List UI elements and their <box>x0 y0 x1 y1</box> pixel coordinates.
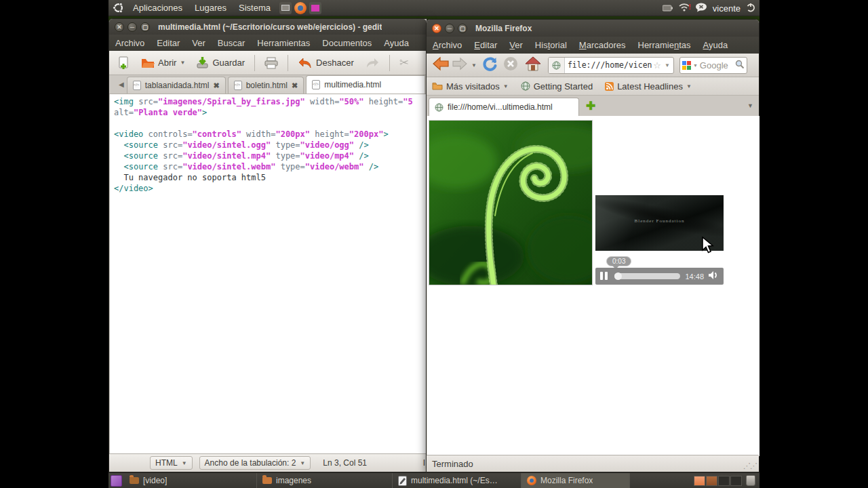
open-dropdown-arrow[interactable]: ▼ <box>180 60 185 66</box>
url-text[interactable]: file:///home/vicen <box>565 60 653 70</box>
open-button[interactable]: Abrir ▼ <box>138 56 189 70</box>
menu-aplicaciones[interactable]: Aplicaciones <box>127 3 189 13</box>
gedit-menu-editar[interactable]: Editar <box>151 38 186 48</box>
pause-button[interactable] <box>600 270 610 283</box>
firefox-titlebar[interactable]: ✕ ─ ▢ Mozilla Firefox <box>427 20 759 37</box>
url-dropdown-arrow[interactable]: ▼ <box>661 62 673 68</box>
firefox-maximize-button[interactable]: ▢ <box>458 24 467 33</box>
reload-button[interactable] <box>482 56 498 75</box>
gedit-maximize-button[interactable]: ▢ <box>140 22 150 32</box>
resize-grip[interactable]: ⋰⋰ <box>743 462 757 470</box>
taskbar-item-video[interactable]: [video] <box>124 473 257 488</box>
taskbar-item-imagenes[interactable]: imagenes <box>257 473 393 488</box>
tab-tablaanidada[interactable]: tablaanidada.html ✖ <box>127 77 226 94</box>
gedit-window-title: multimedia.html (~/Escritorio/curso web/… <box>158 22 382 32</box>
code-line: <video controls="controls" width="200px"… <box>114 129 427 140</box>
language-combo[interactable]: HTML ▼ <box>150 456 193 470</box>
nav-history-dropdown[interactable]: ▼ <box>471 62 477 68</box>
globe-icon <box>521 81 530 91</box>
tab-scroll-left-arrow[interactable]: ◀ <box>119 81 124 88</box>
video-editor-launcher-icon[interactable] <box>309 2 321 14</box>
new-document-button[interactable] <box>115 54 134 72</box>
tab-close-icon[interactable]: ✖ <box>292 81 298 90</box>
url-bar[interactable]: file:///home/vicen ☆ ▼ <box>548 57 674 74</box>
stop-button[interactable] <box>503 56 518 74</box>
workspace-switcher[interactable] <box>694 476 742 486</box>
print-button[interactable] <box>261 55 281 71</box>
tab-close-icon[interactable]: ✖ <box>213 81 219 90</box>
gedit-toolbar: Abrir ▼ Guardar Deshacer ✂ <box>109 51 427 75</box>
video-progress-bar[interactable] <box>614 273 680 279</box>
bookmark-star-icon[interactable]: ☆ <box>653 60 661 70</box>
gedit-titlebar[interactable]: ✕ ─ ▢ multimedia.html (~/Escritorio/curs… <box>109 19 427 35</box>
media-player-launcher-icon[interactable] <box>279 2 292 14</box>
document-icon <box>312 80 320 89</box>
tab-multimedia[interactable]: multimedia.html <box>306 75 425 94</box>
video-controls-bar[interactable]: 14:48 <box>595 268 724 285</box>
menu-sistema[interactable]: Sistema <box>233 3 277 13</box>
bookmark-latest-headlines[interactable]: Latest Headlines ▼ <box>605 81 692 92</box>
gedit-menu-ayuda[interactable]: Ayuda <box>378 38 415 48</box>
search-magnifier-icon[interactable] <box>735 60 747 71</box>
cursor-position-label: Ln 3, Col 51 <box>323 458 367 468</box>
taskbar-item-gedit[interactable]: multimedia.html (~/Es… <box>393 473 521 488</box>
firefox-active-tab[interactable]: file:///home/vi...ultimedia.html <box>429 98 579 116</box>
cut-button[interactable]: ✂ <box>396 54 412 72</box>
search-engine-dropdown[interactable]: ▼ <box>693 63 698 68</box>
battery-icon[interactable] <box>663 3 673 14</box>
search-bar[interactable]: ▼ Google <box>679 57 747 74</box>
volume-button[interactable] <box>708 270 719 283</box>
trash-icon[interactable] <box>746 475 755 486</box>
ubuntu-logo-icon[interactable] <box>113 2 124 14</box>
home-button[interactable] <box>525 56 541 74</box>
ff-menu-archivo[interactable]: Archivo <box>427 40 468 50</box>
gedit-statusbar: HTML ▼ Ancho de la tabulación: 2 ▼ Ln 3,… <box>109 453 427 472</box>
progress-thumb[interactable] <box>614 272 622 280</box>
undo-button[interactable]: Deshacer <box>294 56 357 70</box>
network-wireless-icon[interactable]: ! <box>679 3 690 14</box>
bookmark-mas-visitados[interactable]: Más visitados ▼ <box>432 81 509 92</box>
ff-menu-historial[interactable]: Historial <box>529 40 573 50</box>
messaging-menu-icon[interactable] <box>695 3 707 14</box>
ff-menu-ver[interactable]: Ver <box>503 40 529 50</box>
taskbar-item-firefox[interactable]: Mozilla Firefox <box>521 473 630 488</box>
tab-label: boletin.html <box>246 81 288 90</box>
workspace-4[interactable] <box>730 476 742 486</box>
gedit-menu-buscar[interactable]: Buscar <box>212 38 251 48</box>
ff-menu-editar[interactable]: Editar <box>468 40 503 50</box>
new-tab-button[interactable]: ✚ <box>586 99 595 113</box>
tab-width-combo[interactable]: Ancho de la tabulación: 2 ▼ <box>199 456 311 470</box>
ff-menu-ayuda[interactable]: Ayuda <box>697 40 734 50</box>
list-all-tabs-button[interactable]: ▼ <box>747 102 753 109</box>
show-desktop-button[interactable] <box>111 475 122 487</box>
firefox-launcher-icon[interactable] <box>294 2 307 14</box>
menu-lugares[interactable]: Lugares <box>189 3 233 13</box>
workspace-3[interactable] <box>718 476 730 486</box>
firefox-close-button[interactable]: ✕ <box>432 24 441 33</box>
user-menu[interactable]: vicente <box>713 3 741 14</box>
workspace-1[interactable] <box>694 476 705 486</box>
redo-button[interactable] <box>361 56 383 70</box>
forward-button[interactable] <box>452 57 468 73</box>
plant-spiral-image <box>429 120 593 285</box>
gedit-menu-ver[interactable]: Ver <box>186 38 212 48</box>
workspace-2[interactable] <box>706 476 717 486</box>
bookmark-getting-started[interactable]: Getting Started <box>521 81 593 92</box>
gedit-menu-documentos[interactable]: Documentos <box>316 38 378 48</box>
firefox-minimize-button[interactable]: ─ <box>445 24 454 33</box>
firefox-menubar: Archivo Editar Ver Historial Marcadores … <box>427 37 759 54</box>
gedit-minimize-button[interactable]: ─ <box>127 22 137 32</box>
gedit-close-button[interactable]: ✕ <box>115 22 124 32</box>
save-button[interactable]: Guardar <box>193 54 248 71</box>
ff-menu-herramientas[interactable]: Herramientas <box>632 40 697 50</box>
gedit-text-area[interactable]: <img src="imagenes/Spiral_by_firas.jpg" … <box>109 94 427 455</box>
search-input[interactable]: Google <box>698 60 735 70</box>
power-icon[interactable] <box>746 3 755 14</box>
gedit-menu-herramientas[interactable]: Herramientas <box>251 38 316 48</box>
ff-menu-marcadores[interactable]: Marcadores <box>573 40 632 50</box>
tab-boletin[interactable]: boletin.html ✖ <box>228 77 304 94</box>
search-engine-icon[interactable] <box>680 61 693 70</box>
gedit-menu-archivo[interactable]: Archivo <box>109 38 151 48</box>
firefox-statusbar: Terminado ⋰⋰ <box>427 455 759 472</box>
back-button[interactable] <box>432 56 450 74</box>
